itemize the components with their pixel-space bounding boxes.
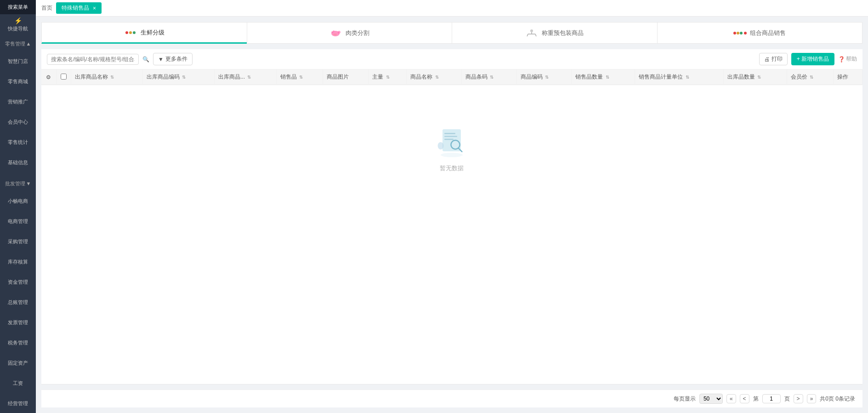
th-sale-unit[interactable]: 销售商品计量单位 ⇅ [635, 69, 724, 85]
fresh-grade-icon [124, 28, 137, 37]
search-input[interactable] [47, 54, 139, 65]
tab-combo-sale[interactable]: 组合商品销售 [657, 22, 863, 44]
sort-icon-product-name: ⇅ [435, 75, 439, 80]
tab-fresh-grade[interactable]: 生鲜分级 [41, 22, 247, 44]
tab-scale-pkg[interactable]: 称重预包装商品 [452, 22, 657, 44]
sort-icon-sale-unit: ⇅ [686, 75, 689, 80]
th-out-product-code[interactable]: 出库商品编码 ⇅ [142, 69, 214, 85]
th-product-image[interactable]: 商品图片 [323, 69, 369, 85]
sidebar-item-fixed-assets[interactable]: 固定资产 [0, 353, 36, 373]
sidebar-item-retail-mall[interactable]: 零售商城 [0, 71, 36, 92]
sort-icon-out-product-code: ⇅ [182, 75, 186, 80]
page-content: 生鲜分级 肉类分割 [36, 17, 868, 413]
sidebar-item-purchase-mgmt[interactable]: 采购管理 [0, 231, 36, 252]
sidebar-item-ledger-mgmt[interactable]: 总账管理 [0, 292, 36, 312]
sidebar-item-invoice-mgmt[interactable]: 发票管理 [0, 312, 36, 333]
sidebar-item-business-mgmt[interactable]: 经营管理 [0, 393, 36, 413]
horizontal-scrollbar[interactable] [41, 384, 862, 390]
th-out-product-name[interactable]: 出库商品名称 ⇅ [71, 69, 142, 85]
smart-store-label: 智慧门店 [8, 58, 28, 65]
sidebar-item-retail-stats[interactable]: 零售统计 [0, 132, 36, 152]
empty-state: 暂无数据 [41, 85, 862, 209]
tab-meat-cut-label: 肉类分割 [346, 29, 369, 37]
filter-icon: ▼ [158, 56, 164, 63]
table-container: 🔍 ▼ 更多条件 🖨 打印 + 新增销售品 ❓ [41, 49, 862, 384]
retail-stats-label: 零售统计 [8, 139, 28, 146]
first-page-btn[interactable]: « [726, 394, 736, 403]
th-checkbox[interactable] [56, 69, 71, 85]
sidebar-item-ecommerce-mgmt[interactable]: 电商管理 [0, 211, 36, 231]
page-size-select[interactable]: 20 50 100 [699, 394, 723, 404]
sort-icon-out-product-name: ⇅ [110, 75, 114, 80]
th-sale-qty[interactable]: 销售品数量 ⇅ [572, 69, 635, 85]
th-action: 操作 [834, 69, 862, 85]
th-out-product-extra[interactable]: 出库商品... ⇅ [215, 69, 277, 85]
last-page-btn[interactable]: » [807, 394, 817, 403]
inventory-check-label: 库存核算 [8, 258, 28, 265]
svg-point-10 [441, 153, 463, 157]
sidebar-item-quick-nav[interactable]: ⚡ 快捷导航 [0, 14, 36, 34]
sidebar-item-sales-promo[interactable]: 营销推广 [0, 92, 36, 112]
sidebar: 搜索菜单 ⚡ 快捷导航 零售管理 ▲ 智慧门店 零售商城 营销推广 会员中心 零… [0, 0, 36, 413]
svg-rect-13 [444, 136, 457, 137]
page-input[interactable] [762, 394, 781, 403]
active-tab-special-sale[interactable]: 特殊销售品 × [56, 2, 102, 14]
ecommerce-mgmt-label: 电商管理 [8, 218, 28, 225]
app-title[interactable]: 搜索菜单 [8, 4, 28, 11]
close-tab-icon[interactable]: × [93, 5, 96, 11]
salary-label: 工资 [13, 380, 23, 387]
prev-page-btn[interactable]: < [740, 394, 749, 403]
th-member-price[interactable]: 会员价 ⇅ [787, 69, 834, 85]
th-out-qty[interactable]: 出库品数量 ⇅ [724, 69, 787, 85]
svg-rect-14 [444, 139, 454, 140]
sidebar-item-retail-mgmt[interactable]: 零售管理 ▲ [0, 34, 36, 51]
th-product-code[interactable]: 商品编码 ⇅ [516, 69, 572, 85]
tab-navigation: 生鲜分级 肉类分割 [41, 22, 862, 44]
th-product-name[interactable]: 商品名称 ⇅ [407, 69, 462, 85]
topbar: 首页 特殊销售品 × [36, 0, 868, 17]
sidebar-item-salary[interactable]: 工资 [0, 373, 36, 393]
search-icon[interactable]: 🔍 [142, 56, 149, 63]
sort-icon-main-unit: ⇅ [386, 75, 390, 80]
th-main-unit[interactable]: 主量 ⇅ [369, 69, 407, 85]
th-settings[interactable]: ⚙ [41, 69, 56, 85]
tab-fresh-grade-label: 生鲜分级 [141, 29, 165, 37]
select-all-checkbox[interactable] [61, 74, 67, 80]
tab-meat-cut[interactable]: 肉类分割 [247, 22, 452, 44]
page-label: 第 [753, 395, 759, 403]
sidebar-item-mini-ecommerce[interactable]: 小畅电商 [0, 191, 36, 211]
sidebar-item-finance-mgmt[interactable]: 资金管理 [0, 272, 36, 292]
th-sale-product[interactable]: 销售品 ⇅ [276, 69, 323, 85]
next-page-btn[interactable]: > [794, 394, 803, 403]
tab-scale-pkg-label: 称重预包装商品 [542, 29, 584, 37]
th-product-barcode[interactable]: 商品条码 ⇅ [462, 69, 517, 85]
sidebar-item-inventory-check[interactable]: 库存核算 [0, 252, 36, 272]
pig-icon [329, 29, 342, 38]
breadcrumb-home[interactable]: 首页 [41, 4, 52, 12]
quick-nav-icon: ⚡ [14, 17, 22, 24]
sidebar-item-basic-info[interactable]: 基础信息 [0, 152, 36, 172]
new-sale-btn[interactable]: + 新增销售品 [791, 53, 834, 65]
wholesale-mgmt-arrow: ▼ [26, 181, 31, 186]
sort-icon-out-qty: ⇅ [757, 75, 761, 80]
more-conditions-btn[interactable]: ▼ 更多条件 [153, 53, 193, 65]
retail-mall-label: 零售商城 [8, 78, 28, 85]
sort-icon-product-code: ⇅ [545, 75, 549, 80]
sidebar-item-member-center[interactable]: 会员中心 [0, 112, 36, 132]
sidebar-item-wholesale-mgmt[interactable]: 批发管理 ▼ [0, 174, 36, 191]
sidebar-item-smart-store[interactable]: 智慧门店 [0, 51, 36, 71]
empty-illustration [433, 122, 470, 159]
sort-icon-product-barcode: ⇅ [490, 75, 494, 80]
svg-point-3 [333, 30, 335, 32]
empty-text: 暂无数据 [440, 164, 464, 172]
basic-info-label: 基础信息 [8, 159, 28, 166]
svg-rect-12 [444, 133, 455, 134]
svg-point-5 [530, 29, 533, 32]
sidebar-item-tax-mgmt[interactable]: 税务管理 [0, 333, 36, 353]
print-btn[interactable]: 🖨 打印 [759, 53, 788, 65]
page-size-label: 每页显示 [674, 395, 696, 403]
help-btn[interactable]: ❓ 帮助 [838, 55, 857, 63]
printer-icon: 🖨 [764, 56, 770, 63]
sales-promo-label: 营销推广 [8, 98, 28, 105]
ledger-mgmt-label: 总账管理 [8, 299, 28, 306]
